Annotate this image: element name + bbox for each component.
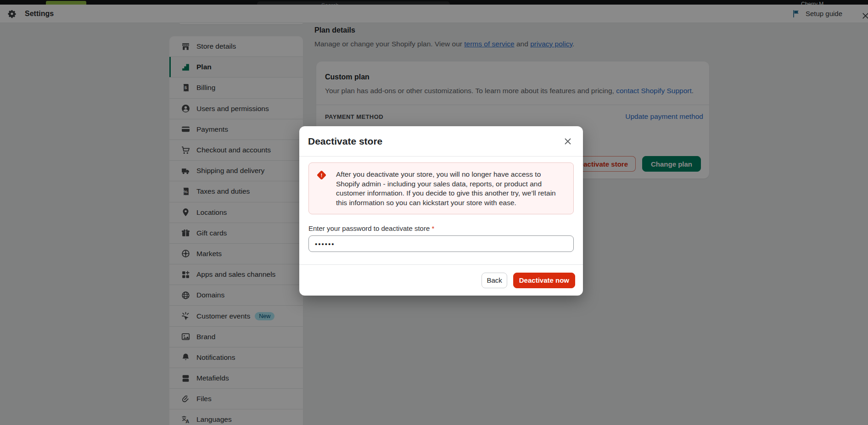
deactivate-store-modal: Deactivate store ! After you deactivate … (299, 126, 583, 296)
shopify-settings-screen: Search Cherry M Settings Setup guide Sto… (0, 0, 868, 425)
modal-body: ! After you deactivate your store, you w… (299, 157, 583, 252)
required-asterisk: * (431, 224, 434, 232)
close-icon[interactable] (561, 134, 575, 148)
alert-diamond-icon: ! (317, 170, 326, 180)
modal-footer: Back Deactivate now (299, 264, 583, 296)
deactivate-now-button[interactable]: Deactivate now (513, 273, 575, 288)
modal-title: Deactivate store (308, 136, 382, 147)
password-label-text: Enter your password to deactivate store (308, 224, 431, 232)
warning-banner: ! After you deactivate your store, you w… (308, 162, 574, 214)
modal-header: Deactivate store (299, 126, 583, 157)
back-button[interactable]: Back (482, 273, 507, 288)
warning-text: After you deactivate your store, you wil… (336, 170, 566, 207)
password-input[interactable] (308, 235, 574, 252)
password-label: Enter your password to deactivate store … (308, 224, 574, 232)
